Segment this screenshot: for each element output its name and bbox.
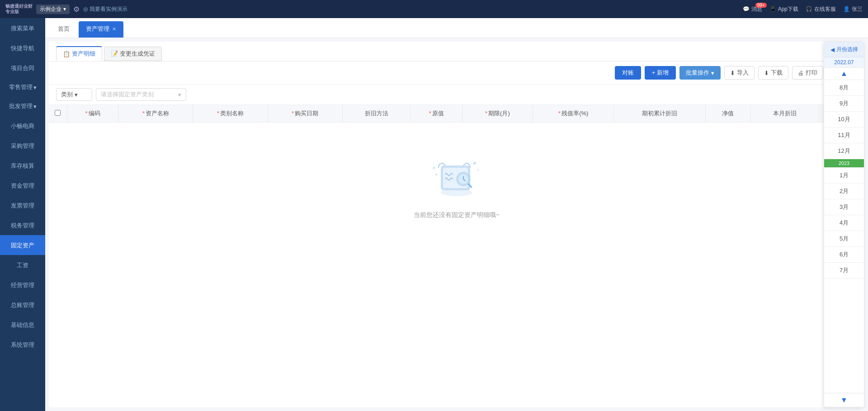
asset-data-table: *编码*资产名称*类别名称*购买日期折旧方法*原值*期限(月)*残值率(%)期初… bbox=[49, 105, 864, 246]
month-list: 8月9月10月11月12月20231月2月3月4月5月6月7月 bbox=[824, 80, 864, 393]
sub-tab-label: 变更生成凭证 bbox=[120, 50, 155, 58]
sidebar-item-system[interactable]: 系统管理 bbox=[0, 335, 45, 354]
top-bar: 畅捷通好业财 专业版 示例企业 ▾ ⚙ ◎ 我要看实例演示 💬 消息 99+ 📱… bbox=[0, 0, 868, 18]
toolbar: 对账 + 新增 批量操作 ▾ ⬇ 导入 ⬇ 下载 bbox=[49, 61, 864, 85]
sidebar: 搜索菜单快捷导航项目合同零售管理▾批发管理▾小畅电商采购管理库存核算资金管理发票… bbox=[0, 18, 45, 411]
download-button[interactable]: ⬇ 下载 bbox=[758, 66, 788, 80]
collapse-left-icon[interactable]: ◀ bbox=[830, 47, 835, 53]
import-button[interactable]: ⬇ 导入 bbox=[724, 66, 755, 80]
empty-state: 当前您还没有固定资产明细哦~ bbox=[49, 123, 864, 246]
scroll-up-icon[interactable]: ▲ bbox=[840, 70, 848, 78]
page-content: 📋资产明细📝变更生成凭证 对账 + 新增 批量操作 ▾ ⬇ 导入 bbox=[45, 38, 868, 411]
demo-icon: ◎ bbox=[83, 6, 88, 12]
demo-btn[interactable]: ◎ 我要看实例演示 bbox=[83, 5, 127, 13]
col-header-category: *类别名称 bbox=[193, 105, 268, 123]
message-badge: 99+ bbox=[755, 3, 767, 8]
svg-point-10 bbox=[435, 174, 437, 175]
settings-icon[interactable]: ⚙ bbox=[73, 5, 80, 14]
month-item-2[interactable]: 2月 bbox=[824, 184, 864, 199]
reconcile-button[interactable]: 对账 bbox=[615, 66, 641, 80]
col-header-check bbox=[49, 105, 67, 123]
sidebar-item-inventory[interactable]: 库存核算 bbox=[0, 156, 45, 175]
print-button[interactable]: 🖨 打印 bbox=[792, 66, 823, 80]
sidebar-item-label: 固定资产 bbox=[0, 241, 45, 250]
app-logo: 畅捷通好业财 专业版 bbox=[5, 4, 33, 14]
month-item-2023[interactable]: 2023 bbox=[824, 159, 864, 168]
month-item-12[interactable]: 12月 bbox=[824, 143, 864, 159]
tab-home[interactable]: 首页 bbox=[51, 21, 77, 38]
svg-point-11 bbox=[433, 166, 435, 169]
table-header: *编码*资产名称*类别名称*购买日期折旧方法*原值*期限(月)*残值率(%)期初… bbox=[49, 105, 864, 123]
col-header-original_value: *原值 bbox=[410, 105, 462, 123]
month-item-7[interactable]: 7月 bbox=[824, 263, 864, 279]
online-service-button[interactable]: 🎧 在线客服 bbox=[806, 5, 836, 13]
month-item-8[interactable]: 8月 bbox=[824, 80, 864, 96]
company-selector[interactable]: 示例企业 ▾ bbox=[36, 5, 70, 14]
sidebar-item-label: 搜索菜单 bbox=[0, 24, 45, 33]
message-icon: 💬 bbox=[743, 6, 750, 12]
col-header-purchase_date: *购买日期 bbox=[268, 105, 342, 123]
tab-asset-management[interactable]: 资产管理✕ bbox=[79, 21, 123, 38]
sidebar-item-invoice[interactable]: 发票管理 bbox=[0, 195, 45, 215]
asset-table: *编码*资产名称*类别名称*购买日期折旧方法*原值*期限(月)*残值率(%)期初… bbox=[49, 105, 864, 407]
empty-text: 当前您还没有固定资产明细哦~ bbox=[414, 211, 500, 219]
top-bar-right: 💬 消息 99+ 📱 App下载 🎧 在线客服 👤 张三 bbox=[743, 5, 863, 13]
sidebar-item-wholesale[interactable]: 批发管理▾ bbox=[0, 97, 45, 116]
select-all-checkbox[interactable] bbox=[55, 110, 61, 116]
category-value-selector[interactable]: 请选择固定资产类别 ▾ bbox=[96, 88, 186, 101]
sidebar-item-fixed-assets[interactable]: 固定资产 bbox=[0, 235, 45, 255]
sidebar-item-search[interactable]: 搜索菜单 bbox=[0, 18, 45, 38]
sidebar-item-basic-info[interactable]: 基础信息 bbox=[0, 315, 45, 335]
scroll-down-icon[interactable]: ▼ bbox=[840, 396, 848, 404]
month-item-5[interactable]: 5月 bbox=[824, 231, 864, 247]
user-menu[interactable]: 👤 张三 bbox=[843, 5, 863, 13]
sidebar-item-salary[interactable]: 工资 bbox=[0, 255, 45, 275]
sidebar-item-purchase[interactable]: 采购管理 bbox=[0, 136, 45, 156]
month-item-3[interactable]: 3月 bbox=[824, 199, 864, 215]
sidebar-item-finance[interactable]: 资金管理 bbox=[0, 175, 45, 195]
sidebar-item-project[interactable]: 项目合同 bbox=[0, 58, 45, 78]
current-month-display: 2022.07 bbox=[834, 59, 854, 66]
table-body: 当前您还没有固定资产明细哦~ bbox=[49, 123, 864, 247]
month-item-4[interactable]: 4月 bbox=[824, 215, 864, 231]
sidebar-item-label: 采购管理 bbox=[0, 142, 45, 150]
batch-button[interactable]: 批量操作 ▾ bbox=[679, 66, 721, 80]
col-header-current_depreciation: 本月折旧 bbox=[750, 105, 819, 123]
app-download-button[interactable]: 📱 App下载 bbox=[769, 5, 798, 13]
sidebar-item-label: 税务管理 bbox=[0, 222, 45, 230]
month-panel-footer: ▼ bbox=[824, 393, 864, 407]
month-item-6[interactable]: 6月 bbox=[824, 247, 864, 263]
sidebar-item-tax[interactable]: 税务管理 bbox=[0, 215, 45, 235]
month-panel-header: ◀ 月份选择 bbox=[824, 42, 864, 57]
app-icon: 📱 bbox=[769, 6, 776, 12]
month-item-11[interactable]: 11月 bbox=[824, 128, 864, 143]
sidebar-item-accounting[interactable]: 总账管理 bbox=[0, 295, 45, 315]
tab-icon: 📋 bbox=[63, 51, 70, 57]
sidebar-item-operations[interactable]: 经营管理 bbox=[0, 275, 45, 295]
message-button[interactable]: 💬 消息 99+ bbox=[743, 5, 762, 13]
chevron-down-icon: ▾ bbox=[75, 91, 78, 98]
tab-bar: 首页资产管理✕ bbox=[45, 18, 868, 38]
empty-illustration bbox=[429, 150, 484, 204]
category-type-selector[interactable]: 类别 ▾ bbox=[56, 88, 92, 101]
col-header-accumulated_depreciation: 期初累计折旧 bbox=[614, 105, 705, 123]
chevron-down-icon: ▾ bbox=[63, 6, 66, 12]
chevron-down-icon: ▾ bbox=[711, 70, 714, 76]
sidebar-item-label: 资金管理 bbox=[0, 182, 45, 190]
user-icon: 👤 bbox=[843, 6, 850, 12]
sidebar-item-retail[interactable]: 零售管理▾ bbox=[0, 78, 45, 97]
month-item-9[interactable]: 9月 bbox=[824, 96, 864, 112]
sidebar-item-quick-nav[interactable]: 快捷导航 bbox=[0, 38, 45, 58]
sidebar-item-label: 零售管理 bbox=[9, 83, 33, 91]
sidebar-item-label: 系统管理 bbox=[0, 341, 45, 349]
import-icon: ⬇ bbox=[730, 70, 735, 76]
sidebar-item-label: 总账管理 bbox=[0, 301, 45, 309]
tab-close-icon[interactable]: ✕ bbox=[112, 26, 116, 32]
sidebar-item-label: 库存核算 bbox=[0, 162, 45, 170]
month-item-1[interactable]: 1月 bbox=[824, 168, 864, 184]
month-item-10[interactable]: 10月 bbox=[824, 112, 864, 128]
sub-tab-asset-detail[interactable]: 📋资产明细 bbox=[56, 46, 102, 61]
add-button[interactable]: + 新增 bbox=[645, 66, 676, 80]
sub-tab-change-voucher[interactable]: 📝变更生成凭证 bbox=[104, 47, 162, 61]
sidebar-item-ecommerce[interactable]: 小畅电商 bbox=[0, 116, 45, 136]
